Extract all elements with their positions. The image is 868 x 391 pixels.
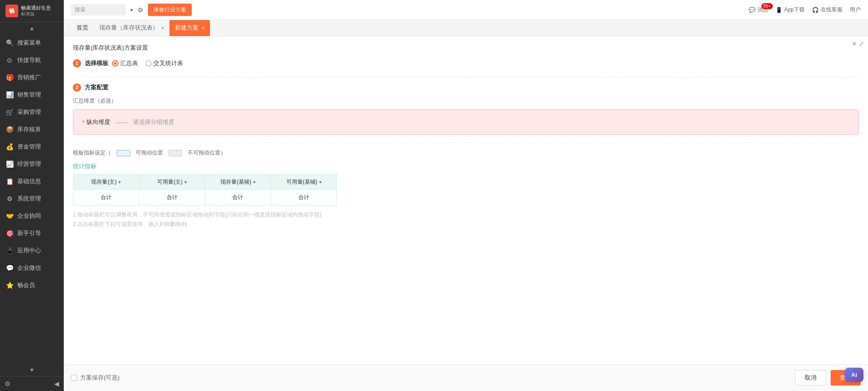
section2-header: 2 方案配置: [73, 83, 859, 92]
sidebar-item-enterprise[interactable]: 🤝 企业协同: [0, 207, 64, 225]
sidebar-item-enterprise-wechat[interactable]: 💬 企业微信: [0, 259, 64, 277]
app-download-label: App下载: [784, 6, 805, 14]
message-btn[interactable]: 💬 消息 99+: [749, 6, 768, 14]
purchase-icon: 🛒: [5, 108, 14, 116]
topbar-search[interactable]: 搜索: [71, 4, 126, 15]
save-checkbox[interactable]: 方案保存(可选): [71, 374, 120, 382]
section2-num: 2: [73, 83, 81, 92]
dim-placeholder[interactable]: 请选择分组维度: [133, 118, 174, 126]
chevron-3-icon[interactable]: ▾: [253, 180, 255, 185]
dropdown-arrow-icon[interactable]: ▾: [130, 7, 133, 13]
content-area: ✕ ⤢ 现存量(库存状况表)方案设置 1 选择模板 汇总表 交叉统计表: [64, 36, 868, 364]
stats-section: 统计指标 现存量(主) ▾ 可用量(主) ▾ 现存量(基辅): [73, 162, 859, 206]
sidebar-item-label: 经营管理: [17, 160, 41, 168]
non-draggable-indicator: [168, 150, 182, 156]
sidebar-item-system[interactable]: ⚙ 系统管理: [0, 190, 64, 207]
sales-icon: 📊: [5, 91, 14, 99]
tab-inventory-close-icon[interactable]: ×: [161, 25, 164, 31]
radio-cross-label: 交叉统计表: [153, 59, 183, 67]
newbie-icon: 🎯: [5, 229, 14, 237]
expand-panel-icon[interactable]: ⤢: [859, 40, 864, 47]
sidebar-item-label: 资金管理: [17, 143, 41, 151]
sidebar-scroll-bottom[interactable]: ▼: [0, 364, 64, 376]
sidebar-item-basic-info[interactable]: 📋 基础信息: [0, 173, 64, 190]
app-logo: 畅 畅康通好生意 标准版: [0, 0, 64, 22]
sidebar-item-label: 基础信息: [17, 177, 41, 185]
system-icon: ⚙: [5, 195, 14, 203]
logo-icon: 畅: [5, 5, 18, 17]
sidebar-scroll-top[interactable]: ▲: [0, 22, 64, 34]
member-icon: ⭐: [5, 281, 14, 289]
section2-title: 方案配置: [85, 83, 108, 92]
header-label-4: 可用量(基辅): [286, 178, 317, 186]
stats-table-row: 合计 合计 合计 合计: [73, 190, 337, 205]
online-service-btn[interactable]: 🎧 在线客服: [812, 6, 842, 14]
footer: 方案保存(可选) 取消 查询: [64, 364, 868, 391]
sidebar-item-label: 企业微信: [17, 264, 41, 272]
sidebar-item-quick-nav[interactable]: ⊙ 快捷导航: [0, 51, 64, 69]
radio-summary[interactable]: 汇总表: [112, 59, 138, 67]
chevron-1-icon[interactable]: ▾: [118, 180, 121, 185]
template-radio-group: 汇总表 交叉统计表: [112, 59, 183, 67]
collapse-icon[interactable]: ◀: [54, 380, 59, 387]
topbar-left: 搜索 ▾ ⚙ 体验行业方案: [71, 4, 192, 16]
header-cell-3[interactable]: 现存量(基辅) ▾: [205, 175, 271, 190]
header-cell-2[interactable]: 可用量(主) ▾: [139, 175, 205, 190]
body-cell-1: 合计: [73, 190, 139, 205]
headset-icon: 🎧: [812, 7, 819, 13]
message-icon: 💬: [749, 7, 756, 13]
ai-float-button[interactable]: Ai: [845, 368, 863, 382]
sidebar-item-app-center[interactable]: 📱 应用中心: [0, 242, 64, 259]
tab-inventory-status[interactable]: 现存量（库存状况表） ×: [94, 20, 169, 36]
save-checkbox-box[interactable]: [71, 375, 77, 381]
tip-2: 2.点击标题栏下拉可设置排序、插入列和删除列: [73, 221, 859, 228]
close-panel-icon[interactable]: ✕: [852, 40, 857, 47]
service-label: 在线客服: [821, 6, 842, 14]
sidebar-item-label: 销售管理: [17, 91, 41, 99]
vertical-dim-label: 纵向维度: [87, 118, 110, 126]
tab-home[interactable]: 首页: [71, 20, 94, 36]
chevron-4-icon[interactable]: ▾: [319, 180, 322, 185]
vertical-dim-area: * 纵向维度 —— 请选择分组维度: [73, 109, 859, 135]
indicator-legend: 模板指标设定（ 可拖动位置 不可拖动位置）: [73, 149, 859, 157]
tab-new-plan-close-icon[interactable]: ×: [201, 25, 204, 31]
sidebar-item-sales[interactable]: 📊 销售管理: [0, 86, 64, 103]
sidebar-item-finance[interactable]: 💰 资金管理: [0, 138, 64, 155]
section-divider-2: [73, 142, 859, 143]
sidebar-item-member[interactable]: ⭐ 畅会员: [0, 277, 64, 294]
sidebar-item-operation[interactable]: 📈 经营管理: [0, 155, 64, 173]
sidebar-item-purchase[interactable]: 🛒 采购管理: [0, 103, 64, 121]
sidebar-item-marketing[interactable]: 🎁 营销推广: [0, 69, 64, 86]
sidebar-nav: 🔍 搜索菜单 ⊙ 快捷导航 🎁 营销推广 📊 销售管理 🛒 采购管理 📦 库存核…: [0, 34, 64, 364]
draggable-label: 可拖动位置: [136, 149, 163, 157]
phone-icon: 📱: [776, 7, 782, 13]
sidebar-item-label: 营销推广: [17, 73, 41, 82]
sidebar-item-search[interactable]: 🔍 搜索菜单: [0, 34, 64, 51]
main-area: 搜索 ▾ ⚙ 体验行业方案 💬 消息 99+ 📱 App下载 🎧 在线客服 用户: [64, 0, 868, 391]
header-label-2: 可用量(主): [157, 178, 183, 186]
sidebar-item-inventory[interactable]: 📦 库存核算: [0, 121, 64, 138]
tab-new-plan[interactable]: 新建方案 ×: [169, 20, 209, 36]
save-checkbox-label: 方案保存(可选): [80, 374, 120, 382]
page-title: 现存量(库存状况表)方案设置: [73, 44, 859, 52]
radio-cross[interactable]: 交叉统计表: [145, 59, 183, 67]
header-cell-1[interactable]: 现存量(主) ▾: [73, 175, 139, 190]
panel-controls: ✕ ⤢: [852, 40, 864, 47]
user-menu[interactable]: 用户: [850, 6, 861, 14]
sidebar-item-label: 新手引导: [17, 229, 41, 237]
settings-icon[interactable]: ⚙: [5, 380, 10, 387]
tips-section: 1.拖动标题栏可以调整布局，不可跨维度或指标区域拖动列字段(只能在同一维度或指标…: [73, 211, 859, 228]
chevron-2-icon[interactable]: ▾: [184, 180, 187, 185]
app-download-btn[interactable]: 📱 App下载: [776, 6, 805, 14]
sidebar-item-label: 搜索菜单: [17, 39, 41, 47]
radio-summary-label: 汇总表: [120, 59, 138, 67]
cancel-button[interactable]: 取消: [795, 370, 826, 386]
industry-btn[interactable]: 体验行业方案: [148, 4, 192, 16]
header-cell-4[interactable]: 可用量(基辅) ▾: [271, 175, 337, 190]
sidebar-item-label: 采购管理: [17, 108, 41, 116]
sidebar-item-newbie[interactable]: 🎯 新手引导: [0, 225, 64, 242]
aggregate-label: 汇总维度（必选）: [73, 97, 859, 105]
inventory-icon: 📦: [5, 125, 14, 134]
topbar-gear-icon[interactable]: ⚙: [138, 6, 143, 14]
search-icon: 🔍: [5, 39, 14, 47]
